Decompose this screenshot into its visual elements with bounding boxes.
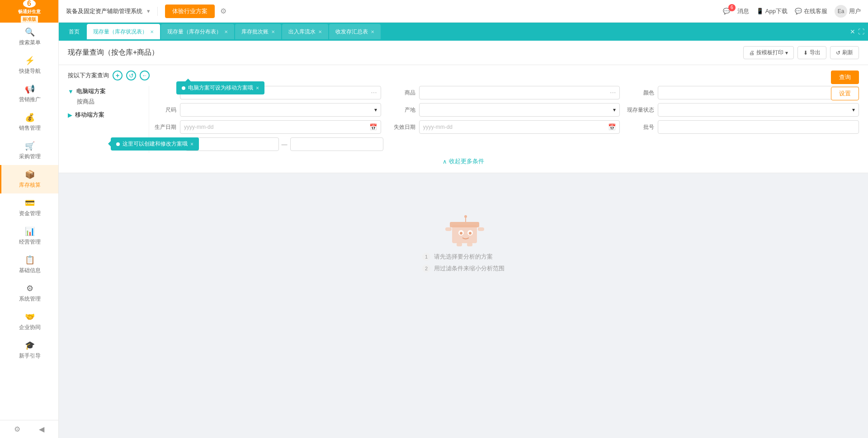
settings-icon[interactable]: ⚙: [220, 7, 226, 15]
filter-color: 颜色 ▾: [627, 86, 859, 99]
filter-goods: 商品 ···: [388, 86, 620, 99]
svg-point-9: [464, 215, 467, 218]
sidebar-item-inventory[interactable]: 📦 库存核算: [0, 165, 58, 193]
sidebar-item-finance[interactable]: 💳 资金管理: [0, 193, 58, 222]
system-name-container: 装备及固定资产辅助管理系统 ▾: [66, 7, 150, 15]
sidebar-label-enterprise: 企业协同: [19, 324, 41, 331]
support-btn[interactable]: 💬 在线客服: [795, 7, 827, 15]
desktop-scheme-child-1[interactable]: 按商品: [77, 97, 143, 107]
sidebar-item-guide[interactable]: 🎓 新手引导: [0, 336, 58, 364]
tab-inventory-dist-close[interactable]: ✕: [224, 29, 228, 34]
svg-point-4: [460, 232, 462, 235]
collapse-arrow-icon: ∧: [443, 158, 447, 165]
desktop-scheme-item[interactable]: ▼ 电脑端方案: [68, 86, 143, 97]
color-select[interactable]: ▾: [658, 86, 859, 99]
tab-batch-ledger-close[interactable]: ✕: [271, 29, 275, 34]
svg-rect-10: [457, 243, 462, 246]
inventory-icon: 📦: [25, 170, 35, 179]
purchase-icon: 🛒: [25, 141, 35, 151]
filter-sync-btn[interactable]: ↺: [126, 71, 136, 80]
solution-button[interactable]: 体验行业方案: [165, 5, 215, 18]
sidebar-settings-btn[interactable]: ⚙: [14, 425, 20, 433]
svg-rect-7: [478, 227, 484, 231]
sidebar-item-enterprise[interactable]: 🤝 企业协同: [0, 307, 58, 336]
sidebar-item-sales[interactable]: 💰 销售管理: [0, 108, 58, 137]
stock-status-select[interactable]: ▾: [658, 103, 859, 117]
origin-select[interactable]: ▾: [419, 103, 620, 117]
filter-origin: 产地 ▾: [388, 103, 620, 117]
goods-select[interactable]: ···: [419, 86, 620, 99]
refresh-btn[interactable]: ↺ 刷新: [830, 46, 859, 59]
stock-main-min-input[interactable]: [185, 137, 279, 151]
sidebar-item-operations[interactable]: 📊 经营管理: [0, 222, 58, 250]
sidebar-item-purchase[interactable]: 🛒 采购管理: [0, 137, 58, 165]
operations-icon: 📊: [25, 226, 35, 236]
tooltip-text-1: 电脑方案可设为移动方案哦: [188, 84, 253, 92]
sidebar-collapse-btn[interactable]: ◀: [39, 425, 44, 433]
hint-text-2: 用过滤条件来缩小分析范围: [434, 264, 505, 273]
expire-date-label: 失效日期: [388, 123, 415, 131]
tabs-bar: 首页 现存量（库存状况表） ✕ 现存量（库存分布表） ✕ 库存批次账 ✕ 出入库…: [59, 23, 868, 41]
tab-inventory-dist[interactable]: 现存量（库存分布表） ✕: [161, 24, 234, 39]
empty-illustration: [445, 209, 486, 250]
tooltip1-close-btn[interactable]: ×: [256, 85, 259, 91]
sidebar-label-finance: 资金管理: [19, 210, 41, 217]
stock-main-max-input[interactable]: [290, 137, 384, 151]
expire-date-calendar-icon: 📅: [608, 123, 616, 131]
tooltip2-close-btn[interactable]: ×: [190, 141, 193, 147]
collapse-filters-btn[interactable]: ∧ 收起更多条件: [443, 157, 484, 165]
filter-add-scheme-btn[interactable]: +: [113, 71, 123, 80]
sidebar-label-sales: 销售管理: [19, 124, 41, 132]
filter-label: 按以下方案查询: [68, 71, 109, 80]
tab-collect-summary[interactable]: 收发存汇总表 ✕: [329, 24, 381, 39]
messages-btn[interactable]: 💬 6 消息: [723, 7, 749, 15]
search-btn[interactable]: 查询: [831, 71, 859, 84]
origin-label: 产地: [388, 106, 415, 114]
filter-arrow-btn[interactable]: ←: [140, 71, 150, 80]
tab-in-out-flow-label: 出入库流水: [288, 28, 316, 36]
mobile-scheme-item[interactable]: ▶ 移动端方案: [68, 109, 143, 120]
system-dropdown-icon: ▾: [147, 8, 150, 14]
tab-inventory-dist-label: 现存量（库存分布表）: [167, 28, 222, 36]
sidebar-item-search-menu[interactable]: 🔍 搜索菜单: [0, 23, 58, 51]
sidebar-item-quick-nav[interactable]: ⚡ 快捷导航: [0, 51, 58, 80]
export-btn[interactable]: ⬇ 导出: [797, 46, 826, 59]
sidebar-label-search-menu: 搜索菜单: [19, 39, 41, 47]
tab-home[interactable]: 首页: [62, 24, 86, 39]
mobile-arrow-icon: ▶: [68, 112, 72, 118]
search-reset-group: 查询 设置: [831, 71, 859, 100]
tooltip2-dot: [116, 142, 120, 146]
filter-size: 尺码 ▾: [149, 103, 381, 117]
sidebar-item-base-info[interactable]: 📋 基础信息: [0, 250, 58, 279]
print-template-btn[interactable]: 🖨 按模板打印 ▾: [743, 46, 794, 59]
tab-inventory-status-close[interactable]: ✕: [150, 29, 154, 34]
sidebar-item-system[interactable]: ⚙ 系统管理: [0, 279, 58, 307]
produce-date-input[interactable]: yyyy-mm-dd 📅: [180, 120, 381, 134]
app-download-btn[interactable]: 📱 App下载: [756, 7, 788, 15]
tabs-expand-btn[interactable]: ⛶: [858, 28, 864, 35]
tab-in-out-flow-close[interactable]: ✕: [318, 29, 322, 34]
sidebar-label-system: 系统管理: [19, 295, 41, 303]
tab-batch-ledger[interactable]: 库存批次账 ✕: [235, 24, 281, 39]
reset-btn[interactable]: 设置: [831, 87, 859, 100]
app-logo: 6 畅通好生意 标准版: [0, 0, 58, 23]
sales-icon: 💰: [25, 113, 35, 122]
size-select[interactable]: ▾: [180, 103, 381, 117]
tab-in-out-flow[interactable]: 出入库流水 ✕: [282, 24, 328, 39]
filter-row-3: 生产日期 yyyy-mm-dd 📅 失效日期 yyyy-mm-dd 📅: [149, 120, 859, 134]
stock-status-dropdown-icon: ▾: [852, 107, 855, 113]
goods-dots: ···: [610, 89, 616, 97]
tab-inventory-status[interactable]: 现存量（库存状况表） ✕: [87, 24, 160, 39]
sidebar: 6 畅通好生意 标准版 🔍 搜索菜单 ⚡ 快捷导航 📢 营销推广 💰 销售管理 …: [0, 0, 59, 438]
sidebar-nav: 🔍 搜索菜单 ⚡ 快捷导航 📢 营销推广 💰 销售管理 🛒 采购管理 📦 库存核…: [0, 23, 58, 420]
tab-collect-summary-close[interactable]: ✕: [371, 29, 374, 34]
sidebar-item-marketing[interactable]: 📢 营销推广: [0, 80, 58, 108]
user-menu-btn[interactable]: Ea 用户: [835, 5, 861, 18]
marketing-icon: 📢: [25, 84, 35, 94]
tooltip-dot: [182, 86, 185, 90]
svg-point-5: [469, 232, 472, 235]
batch-input[interactable]: [658, 120, 859, 134]
expire-date-input[interactable]: yyyy-mm-dd 📅: [419, 120, 620, 134]
origin-dropdown-icon: ▾: [613, 107, 616, 113]
tabs-close-all-btn[interactable]: ✕: [850, 28, 855, 35]
